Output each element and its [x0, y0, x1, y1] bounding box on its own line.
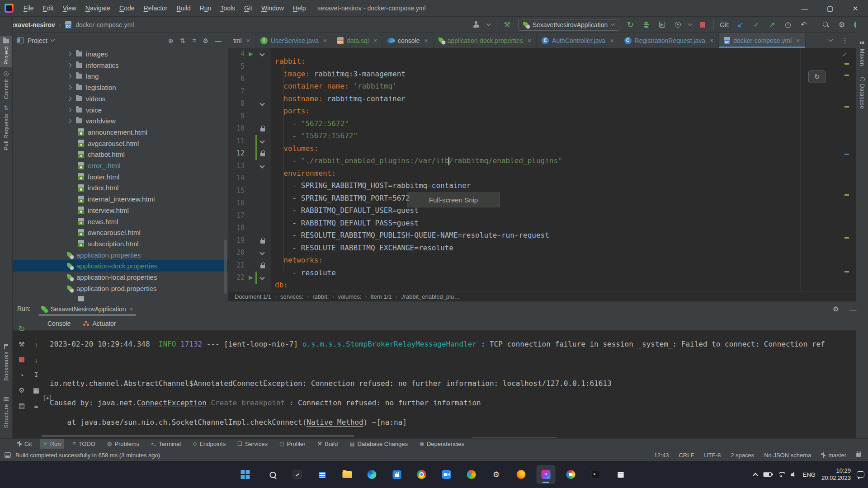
- tree-item-error_.html[interactable]: Herror_.html: [13, 160, 228, 171]
- taskbar-chrome[interactable]: [412, 465, 431, 484]
- coverage-button[interactable]: [657, 20, 667, 30]
- clock-widget[interactable]: 10:29 20.02.2023: [821, 467, 851, 482]
- fold-chevron-icon[interactable]: [259, 101, 264, 106]
- tab-application-dock.properties[interactable]: application-dock.properties×: [434, 33, 537, 48]
- taskbar-photos[interactable]: [462, 465, 481, 484]
- editor-breadcrumb-item[interactable]: volumes:: [338, 293, 361, 300]
- editor-line-16[interactable]: 16 - RABBITMQ_DEFAULT_USER=guest: [228, 197, 856, 210]
- stop-button[interactable]: [698, 20, 708, 30]
- profiler-chevron-icon[interactable]: [688, 22, 693, 26]
- tree-item-chatbot.html[interactable]: Hchatbot.html: [13, 149, 228, 160]
- tree-item-subscription.html[interactable]: Hsubscription.html: [13, 238, 228, 249]
- menu-tools[interactable]: Tools: [216, 5, 240, 12]
- tab-AuthController.java[interactable]: CAuthController.java×: [537, 33, 619, 48]
- editor-line-19[interactable]: 19 - RESOLUTE_RABBITMQ_EXCHANGE=resolute: [228, 235, 856, 247]
- tab-close-icon[interactable]: ×: [610, 37, 613, 44]
- console-subtab[interactable]: Console: [47, 320, 71, 327]
- expand-all-icon[interactable]: ⇅: [180, 37, 186, 44]
- tree-item-avgcarousel.html[interactable]: Havgcarousel.html: [13, 138, 228, 149]
- folder-chevron-icon[interactable]: [67, 63, 72, 67]
- tabs-menu-icon[interactable]: ⋮: [841, 36, 849, 45]
- taskbar-notepad[interactable]: [611, 465, 630, 484]
- folder-chevron-icon[interactable]: [67, 96, 72, 101]
- tool-windows-icon[interactable]: [5, 452, 11, 458]
- editor-line-4[interactable]: 4rabbit:: [228, 48, 856, 61]
- taskbar-firefox[interactable]: [512, 465, 531, 484]
- taskbar-windows-start[interactable]: [238, 465, 257, 484]
- project-view-chevron-icon[interactable]: [50, 38, 55, 42]
- breadcrumb-file[interactable]: docker-compose.yml: [75, 21, 134, 28]
- line-ending[interactable]: CRLF: [679, 452, 694, 459]
- git-history-button[interactable]: ◷: [783, 20, 793, 30]
- volume-icon[interactable]: [791, 472, 797, 477]
- console-link[interactable]: Native Method: [307, 418, 363, 427]
- inspections-ok-icon[interactable]: ✓: [842, 51, 848, 58]
- fold-chevron-icon[interactable]: [259, 275, 264, 280]
- editor-breadcrumb-item[interactable]: Document 1/1: [235, 293, 271, 300]
- tree-item-partial[interactable]: [13, 294, 228, 301]
- menu-git[interactable]: Git: [240, 5, 257, 12]
- menu-edit[interactable]: Edit: [38, 5, 58, 12]
- toolwindow-button-database-changes[interactable]: ▤Database Changes: [346, 439, 411, 449]
- network-icon[interactable]: [778, 472, 785, 477]
- tab-UserService.java[interactable]: IUserService.java×: [255, 33, 332, 48]
- taskbar-settings[interactable]: ⚙: [487, 465, 506, 484]
- indent-setting[interactable]: 2 spaces: [731, 452, 754, 459]
- tree-item-interview.html[interactable]: Hinterview.html: [13, 205, 228, 216]
- tab-data.sql[interactable]: SQLdata.sql×: [332, 33, 382, 48]
- git-rollback-button[interactable]: ↶: [799, 20, 809, 30]
- run-configuration-select[interactable]: SexavetNesirovApplication: [518, 19, 620, 31]
- folder-chevron-icon[interactable]: [67, 74, 72, 79]
- notifications-icon[interactable]: [857, 471, 864, 478]
- minimize-button[interactable]: —: [792, 0, 817, 17]
- run-panel-settings-icon[interactable]: ⚙: [831, 304, 841, 314]
- editor-breadcrumb-item[interactable]: services:: [280, 293, 303, 300]
- editor-breadcrumb-item[interactable]: Item 1/1: [370, 293, 392, 300]
- stripe-item-project[interactable]: Project: [0, 36, 12, 67]
- editor-breadcrumb-item[interactable]: rabbit:: [312, 293, 329, 300]
- editor-line-15[interactable]: 15 - SPRING_RABBITMQ_PORT=5672: [228, 185, 856, 197]
- tree-item-index.html[interactable]: Hindex.html: [13, 182, 228, 193]
- tree-item-news.html[interactable]: Hnews.html: [13, 216, 228, 227]
- tree-item-worldview[interactable]: worldview: [13, 115, 228, 127]
- editor-line-9[interactable]: 9 - "5672:5672": [228, 110, 856, 123]
- stripe-item-structure[interactable]: Structure: [0, 394, 12, 431]
- menu-window[interactable]: Window: [257, 5, 288, 12]
- menu-file[interactable]: File: [19, 5, 38, 12]
- tab-close-icon[interactable]: ×: [796, 37, 800, 44]
- panel-settings-icon[interactable]: ⚙: [203, 37, 208, 44]
- git-update-button[interactable]: ↙: [736, 20, 745, 30]
- menu-navigate[interactable]: Navigate: [81, 5, 115, 12]
- settings-gear-icon[interactable]: ⚙: [837, 20, 847, 30]
- fold-lock-icon[interactable]: [260, 265, 265, 268]
- editor-line-11[interactable]: 11 volumes:: [228, 135, 856, 148]
- run-line-icon[interactable]: [249, 276, 253, 280]
- toolwindow-button-services[interactable]: ❏Services: [234, 439, 271, 449]
- breadcrumb-project[interactable]: sexavet-nesirov: [7, 21, 55, 28]
- tree-item-application-dock.properties[interactable]: application-dock.properties: [13, 260, 228, 272]
- user-chevron-icon[interactable]: [486, 22, 491, 26]
- tab-close-icon[interactable]: ×: [424, 37, 428, 44]
- taskbar-file-explorer[interactable]: [338, 465, 357, 484]
- taskbar-terminal[interactable]: >_: [586, 465, 605, 484]
- encoding[interactable]: UTF-8: [704, 452, 721, 459]
- git-push-button[interactable]: ↗: [767, 20, 777, 30]
- menu-help[interactable]: Help: [288, 5, 311, 12]
- run-button[interactable]: ↻: [625, 20, 635, 30]
- console-link[interactable]: ConnectException: [137, 399, 207, 407]
- battery-icon[interactable]: [763, 472, 772, 477]
- console-output[interactable]: 2023-02-20 10:29:44.348 INFO 17132 --- […: [13, 331, 856, 438]
- run-tab-close-icon[interactable]: ×: [130, 305, 133, 313]
- toolwindow-button-build[interactable]: ⚒Build: [314, 439, 342, 449]
- toolwindow-button-problems[interactable]: ◍Problems: [104, 439, 143, 449]
- tray-chevron-icon[interactable]: [753, 473, 758, 478]
- taskbar-browser[interactable]: [561, 465, 580, 484]
- project-panel-title[interactable]: Project: [28, 37, 47, 44]
- toolwindow-button-git[interactable]: Git: [14, 439, 36, 449]
- folder-chevron-icon[interactable]: [67, 108, 72, 112]
- fold-lock-icon[interactable]: [260, 128, 265, 131]
- taskbar-zoom[interactable]: [437, 465, 456, 484]
- editor-line-5[interactable]: 5 image: rabbitmq:3-management: [228, 61, 856, 73]
- close-button[interactable]: ✕: [843, 0, 868, 17]
- editor-line-20[interactable]: 20 networks:: [228, 247, 856, 259]
